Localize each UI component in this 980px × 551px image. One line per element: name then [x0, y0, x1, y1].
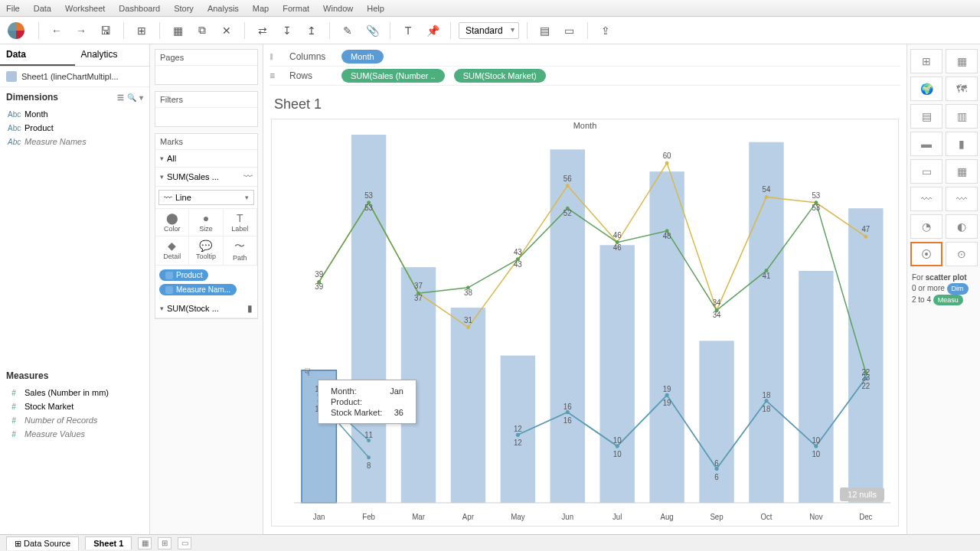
sort-asc-button[interactable]: ↧ — [277, 21, 297, 41]
sort-desc-button[interactable]: ↥ — [302, 21, 322, 41]
point-line_d-feb[interactable] — [367, 439, 371, 442]
menu-file[interactable]: File — [6, 4, 20, 13]
nulls-indicator[interactable]: 12 nulls — [840, 487, 884, 501]
label-pill-measure-names[interactable]: Measure Nam... — [159, 284, 237, 295]
back-button[interactable]: ← — [47, 21, 67, 41]
analytics-tab[interactable]: Analytics — [75, 44, 150, 66]
labels-button[interactable]: T — [398, 21, 418, 41]
showme-option-6[interactable]: ▬ — [910, 132, 942, 156]
mark-color-button[interactable]: ⬤Color — [155, 209, 189, 236]
field-measure-values[interactable]: #Measure Values — [0, 427, 149, 441]
field-product[interactable]: AbcProduct — [0, 121, 149, 135]
rows-shelf[interactable]: ≡ Rows SUM(Sales (Number .. SUM(Stock Ma… — [270, 67, 900, 86]
point-line_d-oct[interactable] — [765, 399, 769, 403]
bar-dec[interactable] — [848, 208, 883, 503]
showme-option-5[interactable]: ▥ — [946, 104, 978, 129]
point-line_c-feb[interactable] — [367, 455, 371, 459]
menu-window[interactable]: Window — [323, 4, 353, 13]
sheet-title[interactable]: Sheet 1 — [263, 89, 906, 116]
highlight-button[interactable]: ✎ — [338, 21, 358, 41]
mark-tooltip-button[interactable]: 💬Tooltip — [189, 236, 223, 266]
showme-option-7[interactable]: ▮ — [946, 132, 978, 156]
showme-option-10[interactable]: 〰 — [910, 187, 942, 211]
showme-option-2[interactable]: 🌍 — [910, 77, 942, 101]
chart-canvas[interactable]: Month 3953373143564660345453473953373843… — [271, 119, 899, 527]
point-line_d-jul[interactable] — [616, 444, 619, 448]
field-measure-names[interactable]: AbcMeasure Names — [0, 135, 149, 148]
point-line_a-dec[interactable] — [864, 235, 867, 239]
showme-option-0[interactable]: ⊞ — [910, 49, 942, 73]
share-button[interactable]: ⇪ — [596, 21, 616, 41]
pill-sum-sales[interactable]: SUM(Sales (Number .. — [341, 69, 445, 83]
data-source-tab[interactable]: ⊞ Data Source — [6, 536, 79, 550]
show-cards-button[interactable]: ▤ — [535, 21, 555, 41]
options-caret-icon[interactable]: ▾ — [139, 93, 143, 102]
point-line_d-nov[interactable] — [814, 444, 818, 448]
showme-option-11[interactable]: 〰 — [946, 187, 978, 211]
showme-option-14[interactable]: ⦿ — [910, 242, 942, 266]
mark-size-button[interactable]: ●Size — [189, 209, 223, 236]
bar-apr[interactable] — [451, 308, 485, 503]
showme-option-4[interactable]: ▤ — [910, 104, 942, 129]
field-number-of-records[interactable]: #Number of Records — [0, 413, 149, 427]
pages-shelf[interactable] — [155, 66, 257, 84]
filters-shelf[interactable] — [155, 108, 257, 126]
showme-option-13[interactable]: ◐ — [946, 214, 978, 239]
data-tab[interactable]: Data — [0, 44, 75, 66]
point-line_d-aug[interactable] — [665, 393, 669, 397]
group-button[interactable]: 📎 — [362, 21, 382, 41]
menu-format[interactable]: Format — [283, 4, 309, 13]
showme-option-8[interactable]: ▭ — [910, 159, 942, 184]
bar-feb[interactable] — [351, 135, 386, 503]
field-sales-number-in-mm-[interactable]: #Sales (Number in mm) — [0, 386, 149, 399]
menu-dashboard[interactable]: Dashboard — [119, 4, 160, 13]
menu-help[interactable]: Help — [367, 4, 384, 13]
new-sheet-button[interactable]: ▦ — [138, 537, 152, 549]
swap-button[interactable]: ⇄ — [253, 21, 273, 41]
new-worksheet-button[interactable]: ▦ — [168, 21, 188, 41]
pill-sum-stock[interactable]: SUM(Stock Market) — [454, 69, 546, 83]
showme-option-3[interactable]: 🗺 — [946, 77, 978, 101]
point-line_d-jun[interactable] — [566, 410, 570, 414]
menu-data[interactable]: Data — [34, 4, 51, 13]
pin-button[interactable]: 📌 — [423, 21, 443, 41]
point-line_a-jun[interactable] — [566, 184, 570, 187]
search-icon[interactable]: 🔍 — [127, 93, 136, 102]
point-line_a-aug[interactable] — [665, 161, 669, 165]
fit-dropdown[interactable]: Standard — [459, 22, 519, 39]
new-dashboard-button[interactable]: ⊞ — [158, 537, 172, 549]
menu-map[interactable]: Map — [253, 4, 269, 13]
pill-month[interactable]: Month — [341, 50, 384, 64]
connection-row[interactable]: Sheet1 (lineChartMultipl... — [0, 67, 149, 87]
menu-story[interactable]: Story — [174, 4, 194, 13]
duplicate-button[interactable]: ⧉ — [192, 21, 212, 41]
menu-worksheet[interactable]: Worksheet — [65, 4, 105, 13]
showme-option-9[interactable]: ▦ — [946, 159, 978, 184]
sheet1-tab[interactable]: Sheet 1 — [85, 536, 132, 549]
columns-shelf[interactable]: ⦀ Columns Month — [270, 47, 900, 67]
menu-analysis[interactable]: Analysis — [207, 4, 239, 13]
showme-option-1[interactable]: ▦ — [946, 49, 978, 73]
mark-type-dropdown[interactable]: 〰Line — [158, 190, 254, 205]
marks-sum-sales-row[interactable]: ▾SUM(Sales ...〰 — [155, 168, 257, 187]
save-button[interactable]: 🖫 — [96, 21, 116, 41]
mark-label-button[interactable]: TLabel — [224, 209, 257, 236]
marks-all-row[interactable]: ▾All — [155, 150, 257, 168]
forward-button[interactable]: → — [71, 21, 91, 41]
color-pill-product[interactable]: Product — [159, 269, 208, 281]
view-toggle-icon[interactable]: ☰ — [117, 93, 124, 102]
presentation-button[interactable]: ▭ — [560, 21, 580, 41]
point-line_d-sep[interactable] — [715, 467, 719, 471]
new-datasource-button[interactable]: ⊞ — [132, 21, 152, 41]
marks-sum-stock-row[interactable]: ▾SUM(Stock ...▮ — [155, 299, 257, 318]
mark-path-button[interactable]: 〜Path — [224, 236, 257, 266]
mark-detail-button[interactable]: ◆Detail — [155, 236, 189, 266]
point-line_a-oct[interactable] — [765, 195, 769, 199]
bar-aug[interactable] — [649, 171, 684, 503]
bar-nov[interactable] — [799, 271, 833, 503]
point-line_d-may[interactable] — [516, 433, 520, 437]
new-story-button[interactable]: ▭ — [178, 537, 191, 549]
field-month[interactable]: AbcMonth — [0, 107, 149, 121]
showme-option-15[interactable]: ⊙ — [946, 242, 978, 266]
bar-jun[interactable] — [550, 149, 585, 503]
